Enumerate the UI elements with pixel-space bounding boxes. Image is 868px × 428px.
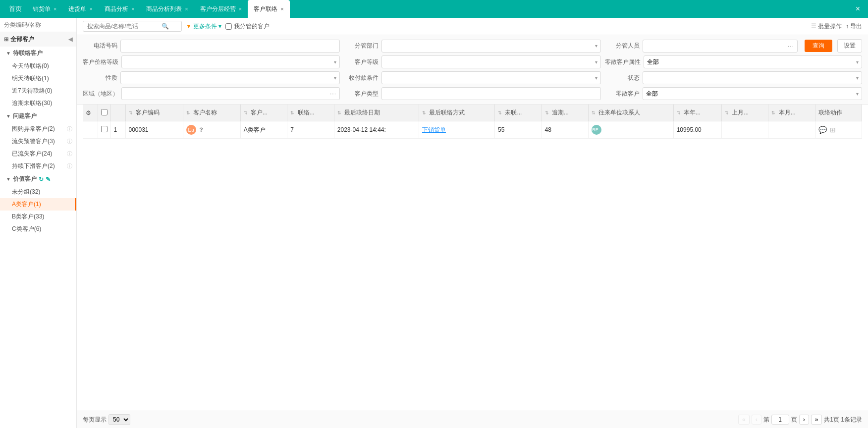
close-customer-segment-tab[interactable]: × — [239, 6, 242, 12]
page-prev-btn[interactable]: ‹ — [752, 415, 761, 425]
sidebar-item-class-c[interactable]: C类客户(6) — [0, 223, 76, 235]
nav-tab-customer-segment[interactable]: 客户分层经营 × — [194, 0, 248, 18]
sidebar-item-today[interactable]: 今天待联络(0) — [0, 60, 76, 72]
col-code-sort: ⇅ — [129, 110, 133, 115]
col-contact2[interactable]: ⇅ 往来单位联系人 — [589, 105, 674, 121]
export-icon: ↑ — [846, 23, 849, 30]
region-dots: ··· — [330, 90, 336, 97]
filter-region-input[interactable]: ··· — [121, 87, 340, 100]
col-uncontacted[interactable]: ⇅ 未联... — [495, 105, 542, 121]
nav-tab-customer-contact[interactable]: 客户联络 × — [248, 0, 289, 18]
filter-payment: 收付款条件 ▾ — [344, 71, 601, 84]
filter-customer-level-label: 客户等级 — [344, 58, 379, 66]
col-last-date[interactable]: ⇅ 最后联络日期 — [334, 105, 419, 121]
sidebar-item-tomorrow[interactable]: 明天待联络(1) — [0, 72, 76, 85]
nav-home[interactable]: 首页 — [4, 0, 27, 18]
export-btn[interactable]: ↑ 导出 — [846, 22, 862, 31]
filter-nature-select[interactable]: ▾ — [120, 71, 340, 84]
sidebar-item-class-a[interactable]: A类客户(1) — [0, 198, 76, 211]
chat-icon[interactable]: 💬 — [818, 126, 827, 134]
filter-customer-type-input[interactable] — [381, 87, 601, 100]
group-pending-contact[interactable]: ▼ 待联络客户 — [0, 47, 76, 60]
settings-btn[interactable]: 设置 — [837, 39, 862, 53]
row-checkbox-cell[interactable] — [98, 121, 110, 139]
nature-chevron: ▾ — [334, 75, 336, 81]
filter-dept: 分管部门 ▾ — [344, 39, 601, 53]
filter-person-label: 分管人员 — [605, 42, 640, 50]
row-name-cell: Ea ？ — [183, 121, 240, 139]
sidebar-item-ungrouped[interactable]: 未分组(32) — [0, 186, 76, 198]
page-first-btn[interactable]: « — [738, 415, 750, 425]
edit-group-icon[interactable]: ✎ — [46, 176, 51, 183]
nav-tab-analysis[interactable]: 商品分析 × — [99, 0, 140, 18]
col-overdue[interactable]: ⇅ 逾期... — [542, 105, 589, 121]
nav-tab-sales[interactable]: 销货单 × — [27, 0, 62, 18]
filter-retail-attr-select[interactable]: 全部 ▾ — [644, 55, 862, 68]
filter-status-label: 状态 — [605, 74, 640, 82]
filter-person-input[interactable]: ··· — [643, 40, 798, 53]
col-checkbox-all[interactable] — [98, 105, 110, 121]
select-all-checkbox[interactable] — [101, 109, 108, 115]
my-customers-checkbox[interactable]: 我分管的客户 — [225, 22, 270, 31]
col-this-month[interactable]: ⇅ 本月... — [768, 105, 815, 121]
filter-status-select[interactable]: ▾ — [643, 71, 862, 84]
sidebar-search-input[interactable] — [4, 21, 77, 28]
filter-payment-select[interactable]: ▾ — [381, 71, 601, 84]
retail-chevron: ▾ — [856, 91, 859, 97]
sidebar-item-7days[interactable]: 近7天待联络(0) — [0, 85, 76, 97]
col-settings[interactable]: ⚙ — [83, 105, 98, 121]
filter-price-level: 客户价格等级 ▾ — [83, 55, 340, 68]
group-value-customers[interactable]: ▼ 价值客户 ↻ ✎ — [0, 172, 76, 186]
filter-phone-input[interactable] — [120, 40, 340, 53]
sidebar-item-abnormal[interactable]: 囤购异常客户(2) ⓘ — [0, 123, 76, 135]
close-sales-tab[interactable]: × — [54, 6, 56, 12]
per-page-select[interactable]: 50 — [108, 414, 130, 425]
filter-price-level-select[interactable]: ▾ — [121, 55, 340, 68]
row-action-cell: 💬 ⊞ — [815, 121, 862, 139]
col-last-method[interactable]: ⇅ 最后联络方式 — [419, 105, 494, 121]
main-search-input[interactable] — [87, 23, 162, 30]
close-analysis-tab[interactable]: × — [131, 6, 134, 12]
last-method-link[interactable]: 下销货单 — [422, 126, 446, 133]
sidebar-item-churn-warning[interactable]: 流失预警客户(3) ⓘ — [0, 135, 76, 148]
col-type[interactable]: ⇅ 客户... — [240, 105, 287, 121]
row-last-method-cell[interactable]: 下销货单 — [419, 121, 494, 139]
close-window-button[interactable]: × — [852, 4, 864, 13]
refresh-icon[interactable]: ↻ — [39, 176, 44, 183]
batch-op-btn[interactable]: ☰ 批量操作 — [811, 22, 842, 31]
page-last-btn[interactable]: » — [811, 415, 822, 425]
close-analysis-list-tab[interactable]: × — [185, 6, 188, 12]
col-name[interactable]: ⇅ 客户名称 — [183, 105, 240, 121]
row-checkbox[interactable] — [101, 126, 108, 132]
col-contact-count[interactable]: ⇅ 联络... — [287, 105, 334, 121]
close-customer-contact-tab[interactable]: × — [280, 6, 283, 12]
col-last-month[interactable]: ⇅ 上月... — [721, 105, 768, 121]
collapse-icon[interactable]: ◀ — [68, 36, 72, 43]
filter-customer-level-select[interactable]: ▾ — [381, 55, 601, 68]
sidebar-item-overdue[interactable]: 逾期未联络(30) — [0, 97, 76, 109]
filter-retail-select[interactable]: 全部 ▾ — [643, 87, 862, 100]
person-dots: ··· — [788, 43, 794, 50]
my-customers-check[interactable] — [225, 23, 232, 30]
col-code[interactable]: ⇅ 客户编码 — [125, 105, 183, 121]
sidebar-item-class-b[interactable]: B类客户(33) — [0, 211, 76, 223]
sidebar-item-churned[interactable]: 已流失客户(24) ⓘ — [0, 148, 76, 160]
col-this-year[interactable]: ⇅ 本年... — [673, 105, 721, 121]
row-overdue-cell: 48 — [542, 121, 589, 139]
nav-tab-analysis-list[interactable]: 商品分析列表 × — [140, 0, 194, 18]
sidebar-item-declining[interactable]: 持续下滑客户(2) ⓘ — [0, 160, 76, 172]
filter-dept-select[interactable]: ▾ — [381, 40, 601, 53]
page-number-input[interactable] — [771, 415, 789, 425]
more-conditions-btn[interactable]: ▼ 更多条件 ▾ — [186, 22, 221, 31]
row-code-cell: 000031 — [125, 121, 183, 139]
page-next-btn[interactable]: › — [799, 415, 809, 425]
row-last-date-cell: 2023-04-12 14:44: — [334, 121, 419, 139]
nav-tab-purchase[interactable]: 进货单 × — [62, 0, 98, 18]
qr-icon[interactable]: ⊞ — [830, 126, 836, 134]
query-btn[interactable]: 查询 — [805, 40, 832, 52]
settings-gear-icon[interactable]: ⚙ — [86, 109, 91, 116]
group-problem-customers[interactable]: ▼ 问题客户 — [0, 109, 76, 123]
main-layout: 🔍 ⊞ 全部客户 ◀ ▼ 待联络客户 今天待联络(0) 明天待联络(1) 近7天… — [0, 18, 868, 428]
close-purchase-tab[interactable]: × — [89, 6, 92, 12]
info-icon-declining: ⓘ — [67, 162, 72, 170]
